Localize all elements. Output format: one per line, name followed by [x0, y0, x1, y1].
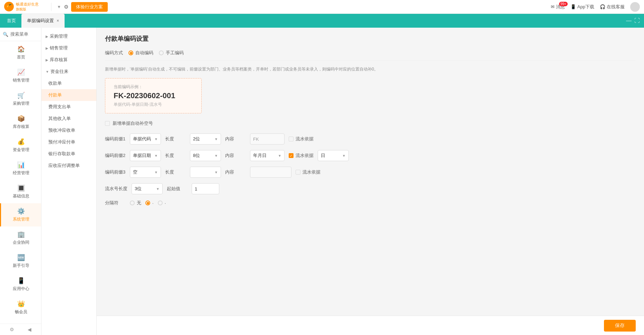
sidebar-item-purchase[interactable]: 🛒 采购管理: [0, 87, 41, 111]
radio-auto[interactable]: 自动编码: [128, 50, 153, 56]
tab-bar: 首页 单据编码设置 × — ⛶: [0, 14, 644, 28]
sidebar-search[interactable]: 🔍 搜索菜单: [0, 28, 41, 41]
sidebar-item-home[interactable]: 🏠 首页: [0, 41, 41, 64]
length1-select[interactable]: 2位 ▼: [190, 133, 221, 145]
auto-fill-checkbox-row[interactable]: 新增单据自动补空号: [105, 120, 636, 127]
tab-close-icon[interactable]: ×: [57, 18, 59, 23]
prefix1-label: 编码前缀1: [105, 136, 126, 142]
sub-item-advance-payable[interactable]: 预付冲应付单: [41, 136, 96, 148]
sub-item-adjustment[interactable]: 应收应付调整单: [41, 160, 96, 171]
group-sales-title[interactable]: ▶ 销售管理: [41, 42, 96, 54]
sidebar-item-operations[interactable]: 📊 经营管理: [0, 157, 41, 180]
content1-input[interactable]: FK: [250, 133, 285, 145]
water3-checkbox[interactable]: 流水依据: [296, 169, 320, 175]
separator-dash-radio[interactable]: ·: [145, 201, 154, 206]
sub-item-bank[interactable]: 银行存取款单: [41, 148, 96, 160]
sidebar-item-basic[interactable]: 🔳 基础信息: [0, 180, 41, 203]
water1-checkbox-box[interactable]: [289, 137, 294, 141]
water2-checkbox-box[interactable]: ✓: [289, 153, 294, 158]
radio-manual-dot[interactable]: [159, 50, 164, 55]
prefix3-select[interactable]: 空 ▼: [130, 167, 161, 178]
app-download-button[interactable]: 📱 App下载: [570, 4, 594, 10]
sidebar-item-member[interactable]: 👑 畅会员: [0, 296, 41, 319]
sidebar-item-enterprise[interactable]: 🏢 企业协同: [0, 226, 41, 250]
group-purchase-label: 采购管理: [50, 33, 68, 39]
messages-button[interactable]: ✉ 消息 99+: [551, 4, 565, 10]
home-icon: 🏠: [17, 45, 25, 53]
length2-select[interactable]: 8位 ▼: [190, 150, 221, 161]
main-content-scroll: 付款单编码设置 编码方式 自动编码 手工编码: [97, 28, 644, 316]
water2-checkbox[interactable]: ✓ 流水依据: [289, 152, 314, 159]
encoding-method-row: 编码方式 自动编码 手工编码: [105, 50, 636, 61]
purchase-chevron: ▶: [46, 35, 48, 38]
sidebar-item-appcenter-label: 应用中心: [13, 286, 29, 292]
sidebar-item-inventory[interactable]: 📦 库存核算: [0, 111, 41, 134]
prefix2-label: 编码前缀2: [105, 152, 126, 159]
funds-chevron: ▼: [46, 70, 49, 74]
tab-encoding-settings[interactable]: 单据编码设置 ×: [21, 14, 65, 28]
group-funds-title[interactable]: ▼ 资金往来: [41, 66, 96, 77]
online-service-button[interactable]: 🎧 在线客服: [600, 4, 625, 10]
group-purchase-title[interactable]: ▶ 采购管理: [41, 30, 96, 42]
app-logo: 🍊 畅通道好生意 旗舰版: [4, 2, 46, 11]
tab-minimize-icon[interactable]: —: [626, 18, 632, 24]
sidebar-collapse-icon[interactable]: ◀: [28, 327, 31, 332]
sidebar-item-appcenter[interactable]: 📱 应用中心: [0, 273, 41, 296]
length3-select[interactable]: ▼: [190, 167, 221, 178]
tab-home[interactable]: 首页: [1, 14, 21, 28]
content3-input[interactable]: [250, 167, 291, 178]
length1-dropdown-arrow: ▼: [214, 137, 218, 141]
sidebar-item-system[interactable]: ⚙️ 系统管理: [0, 203, 41, 226]
sub-item-advance-receivable[interactable]: 预收冲应收单: [41, 124, 96, 136]
user-avatar[interactable]: [630, 2, 640, 12]
sub-item-expense[interactable]: 费用支出单: [41, 101, 96, 113]
separator-dash-dot[interactable]: [145, 201, 150, 205]
settings-icon[interactable]: ⚙: [64, 4, 68, 10]
promo-button[interactable]: 体验行业方案: [71, 2, 108, 12]
water1-checkbox[interactable]: 流水依据: [289, 136, 314, 142]
logo-icon: 🍊: [4, 2, 14, 11]
group-inventory-title[interactable]: ▶ 库存核算: [41, 54, 96, 66]
separator-row: 分隔符 无 · ·: [105, 200, 636, 206]
save-button[interactable]: 保存: [604, 320, 636, 332]
water2-cycle-select[interactable]: 日 ▼: [318, 150, 349, 161]
separator-dot-radio[interactable]: ·: [158, 201, 166, 206]
prefix1-select[interactable]: 单据代码 ▼: [130, 133, 161, 145]
radio-manual[interactable]: 手工编码: [159, 50, 184, 56]
prefix2-select[interactable]: 单据日期 ▼: [130, 150, 161, 161]
separator-dot-dot[interactable]: [158, 201, 163, 205]
logo-text: 畅通道好生意: [16, 2, 39, 7]
auto-fill-label: 新增单据自动补空号: [113, 120, 153, 127]
sales-chevron: ▶: [46, 46, 48, 50]
separator-none-radio[interactable]: 无: [130, 200, 141, 206]
sidebar-settings-icon[interactable]: ⚙: [10, 327, 14, 332]
sub-item-payment[interactable]: 付款单: [41, 89, 96, 101]
auto-fill-checkbox[interactable]: [105, 121, 110, 126]
separator-dot-label: ·: [165, 201, 166, 206]
sidebar-item-sales[interactable]: 📈 销售管理: [0, 64, 41, 87]
start-value-input[interactable]: 1: [192, 183, 219, 194]
length3-dropdown-arrow: ▼: [214, 170, 218, 174]
member-icon: 👑: [17, 300, 25, 308]
sub-sidebar: ▶ 采购管理 ▶ 销售管理 ▶ 库存核算: [41, 28, 97, 335]
content2-label: 内容: [225, 152, 246, 159]
config-row-2: 编码前缀2 单据日期 ▼ 长度 8位 ▼ 内容 年月日: [105, 150, 636, 161]
water3-checkbox-box[interactable]: [296, 170, 300, 175]
separator-none-dot[interactable]: [130, 201, 135, 205]
water3-label: 流水依据: [302, 169, 320, 175]
adjustment-label: 应收应付调整单: [48, 163, 80, 168]
tab-maximize-icon[interactable]: ⛶: [634, 18, 640, 24]
nav-chevron[interactable]: ▼: [57, 4, 61, 9]
length2-value: 8位: [193, 152, 200, 159]
serial-length-select[interactable]: 3位 ▼: [132, 183, 163, 194]
group-inventory: ▶ 库存核算: [41, 54, 96, 66]
radio-auto-dot[interactable]: [128, 50, 133, 55]
sub-item-other-income[interactable]: 其他收入单: [41, 113, 96, 124]
content2-dropdown-arrow: ▼: [278, 154, 281, 158]
content1-label: 内容: [225, 136, 246, 142]
sidebar-item-finance[interactable]: 💰 资金管理: [0, 134, 41, 157]
content2-select[interactable]: 年月日 ▼: [250, 150, 285, 161]
sub-item-receipt[interactable]: 收款单: [41, 77, 96, 89]
advance-payable-label: 预付冲应付单: [48, 139, 75, 145]
sidebar-item-guide[interactable]: 🆕 新手引导: [0, 250, 41, 273]
